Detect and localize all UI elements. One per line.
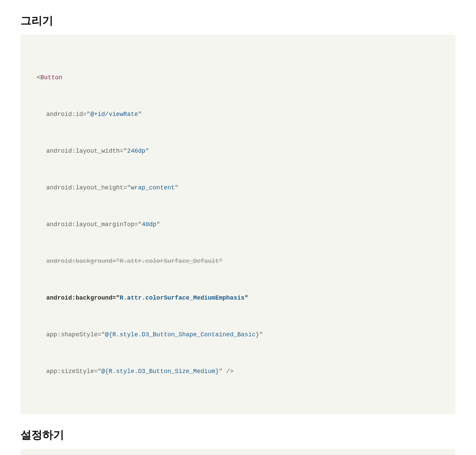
code-block-setup: // 예시를 위해 string.xml 관리가 아닌 임의 리터럴 할당 하였… — [20, 449, 456, 455]
attr-margin-name: layout_marginTop — [75, 221, 134, 228]
tag-name: Button — [40, 74, 63, 81]
code-line-3: android:layout_width="246dp" — [37, 145, 439, 157]
quote-close6: " — [259, 331, 263, 338]
attr-margin: android: — [46, 221, 75, 228]
page-content: 그리기 <Button android:id="@+id/viewRate" a… — [20, 14, 456, 455]
attr-bg-old: android:background="R.attr.colorSurface_… — [46, 258, 222, 265]
value-bg-new: R.attr.colorSurface_MediumEmphasis — [120, 294, 244, 301]
value-size: @{R.style.D3_Button_Size_Medium} — [101, 368, 219, 375]
attr-height: android: — [46, 184, 75, 191]
eq3: =" — [123, 184, 131, 191]
self-close: /> — [223, 368, 234, 375]
code-line-2: android:id="@+id/viewRate" — [37, 108, 439, 120]
section-title-draw: 그리기 — [20, 14, 456, 29]
code-line-9: app:sizeStyle="@{R.style.D3_Button_Size_… — [37, 365, 439, 377]
eq5: =" — [112, 294, 120, 301]
code-line-5: android:layout_marginTop="40dp" — [37, 218, 439, 231]
eq4: =" — [134, 221, 142, 228]
attr-size-prefix: app: — [46, 368, 61, 375]
quote-close2: " — [146, 148, 149, 154]
attr-shape-prefix: app: — [46, 331, 61, 338]
eq2: =" — [120, 148, 127, 154]
value-width: 246dp — [127, 148, 146, 154]
value-shape: @{R.style.D3_Button_Shape_Contained_Basi… — [105, 331, 259, 338]
attr-size-name: sizeStyle — [61, 368, 94, 375]
quote-close7: " — [219, 368, 223, 375]
code-line-8: app:shapeStyle="@{R.style.D3_Button_Shap… — [37, 328, 439, 341]
code-line-1: <Button — [37, 71, 439, 84]
code-line-7-bold: android:background="R.attr.colorSurface_… — [37, 292, 439, 304]
quote-close: " — [138, 111, 142, 118]
bracket: < — [37, 74, 40, 81]
eq7: =" — [94, 368, 101, 375]
eq6: =" — [98, 331, 105, 338]
attr-id-name: id — [75, 111, 83, 118]
eq: =" — [83, 111, 90, 118]
code-line-4: android:layout_height="wrap_content" — [37, 182, 439, 194]
attr-width-name: layout_width — [75, 148, 120, 154]
quote-close5: " — [244, 294, 248, 301]
quote-close3: " — [175, 184, 178, 191]
quote-close4: " — [156, 221, 160, 228]
attr-id: android: — [46, 111, 75, 118]
attr-height-name: layout_height — [75, 184, 123, 191]
attr-shape-name: shapeStyle — [61, 331, 98, 338]
attr-bg-new-name: background — [75, 294, 112, 301]
value-height: wrap_content — [131, 184, 175, 191]
code-line-6-strikethrough: android:background="R.attr.colorSurface_… — [37, 255, 439, 267]
value-margin: 40dp — [142, 221, 156, 228]
section-title-setup: 설정하기 — [20, 428, 456, 443]
attr-width: android: — [46, 148, 75, 154]
value-id: @+id/viewRate — [90, 111, 138, 118]
code-block-draw: <Button android:id="@+id/viewRate" andro… — [20, 35, 456, 414]
attr-bg-new-prefix: android: — [46, 294, 75, 301]
